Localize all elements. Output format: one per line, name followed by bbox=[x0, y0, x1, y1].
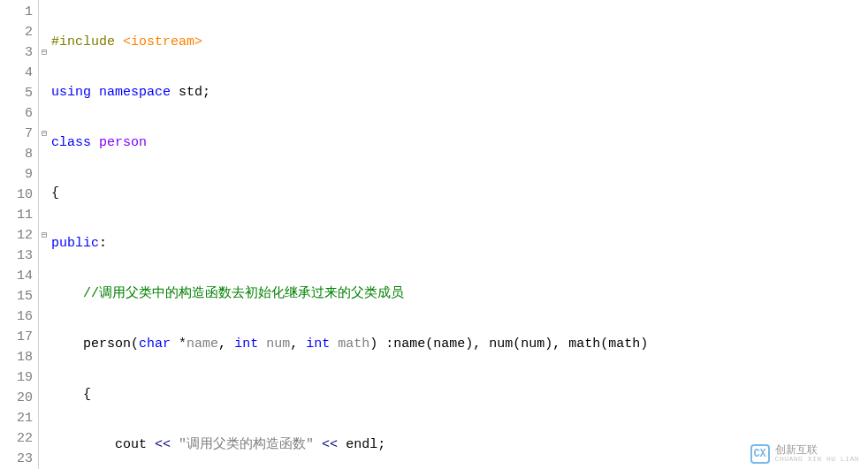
punct: : bbox=[99, 236, 107, 251]
punct: { bbox=[83, 387, 91, 402]
param: math bbox=[338, 337, 369, 352]
line-number-gutter: 1 2 3 4 5 6 7 8 9 10 11 12 13 14 15 16 1… bbox=[0, 0, 39, 469]
punct: ; bbox=[202, 85, 210, 100]
watermark-text: 创新互联 CHUANG XIN HU LIAN bbox=[775, 445, 859, 463]
keyword: int bbox=[306, 337, 330, 352]
code-line[interactable]: { bbox=[49, 183, 868, 203]
type-name: person bbox=[99, 135, 147, 150]
line-number: 14 bbox=[0, 266, 38, 286]
line-number: 18 bbox=[0, 347, 38, 367]
line-number: 9 bbox=[0, 164, 38, 185]
code-editor[interactable]: 1 2 3 4 5 6 7 8 9 10 11 12 13 14 15 16 1… bbox=[0, 0, 868, 469]
line-number: 2 bbox=[0, 22, 38, 42]
preprocessor: #include bbox=[51, 34, 115, 49]
param: num bbox=[266, 337, 290, 352]
line-number: 4 bbox=[0, 63, 38, 83]
line-number: 6 bbox=[0, 103, 38, 124]
code-line[interactable]: public: bbox=[49, 233, 868, 253]
line-number: 11 bbox=[0, 205, 38, 225]
include-target: <iostream> bbox=[123, 34, 202, 49]
punct: * bbox=[179, 337, 187, 352]
watermark: CX 创新互联 CHUANG XIN HU LIAN bbox=[747, 443, 863, 465]
line-number: 21 bbox=[0, 408, 38, 428]
fold-toggle-icon[interactable]: ⊟ bbox=[39, 124, 49, 144]
punct: , bbox=[218, 337, 226, 352]
line-number: 8 bbox=[0, 144, 38, 164]
line-number: 3 bbox=[0, 42, 38, 63]
param: name bbox=[187, 337, 218, 352]
code-area[interactable]: #include <iostream> using namespace std;… bbox=[49, 0, 868, 469]
line-number: 12 bbox=[0, 225, 38, 246]
fold-column: ⊟ ⊟ ⊟ bbox=[39, 0, 49, 469]
line-number: 23 bbox=[0, 449, 38, 469]
identifier: endl bbox=[346, 437, 377, 452]
line-number: 13 bbox=[0, 246, 38, 266]
operator: << bbox=[322, 437, 338, 452]
keyword: namespace bbox=[99, 85, 171, 100]
identifier: cout bbox=[115, 437, 147, 452]
fold-toggle-icon[interactable]: ⊟ bbox=[39, 225, 49, 246]
keyword: using bbox=[51, 85, 91, 100]
comment: //调用父类中的构造函数去初始化继承过来的父类成员 bbox=[83, 286, 404, 301]
punct: { bbox=[51, 185, 59, 200]
operator: << bbox=[155, 437, 171, 452]
string-literal: "调用父类的构造函数" bbox=[179, 437, 314, 452]
line-number: 16 bbox=[0, 306, 38, 327]
code-line[interactable]: cout << "调用父类的构造函数" << endl; bbox=[49, 435, 868, 455]
line-number: 22 bbox=[0, 428, 38, 449]
code-line[interactable]: { bbox=[49, 384, 868, 405]
code-line[interactable]: #include <iostream> bbox=[49, 32, 868, 52]
identifier: person bbox=[83, 337, 131, 352]
watermark-logo-icon: CX bbox=[750, 444, 770, 464]
punct: ( bbox=[131, 337, 139, 352]
line-number: 7 bbox=[0, 124, 38, 144]
line-number: 17 bbox=[0, 327, 38, 347]
keyword: int bbox=[234, 337, 258, 352]
keyword: char bbox=[139, 337, 171, 352]
line-number: 1 bbox=[0, 2, 38, 22]
keyword: class bbox=[51, 135, 91, 150]
punct: ) bbox=[369, 337, 377, 352]
ctor-init-list: :name(name), num(num), math(math) bbox=[377, 337, 648, 352]
punct: ; bbox=[377, 437, 385, 452]
fold-toggle-icon[interactable]: ⊟ bbox=[39, 42, 49, 63]
keyword: public bbox=[51, 236, 99, 251]
code-line[interactable]: person(char *name, int num, int math) :n… bbox=[49, 334, 868, 354]
punct: , bbox=[290, 337, 298, 352]
code-line[interactable]: class person bbox=[49, 132, 868, 153]
line-number: 19 bbox=[0, 367, 38, 388]
line-number: 5 bbox=[0, 83, 38, 103]
code-line[interactable]: using namespace std; bbox=[49, 82, 868, 102]
watermark-pinyin: CHUANG XIN HU LIAN bbox=[775, 456, 859, 463]
code-line[interactable]: //调用父类中的构造函数去初始化继承过来的父类成员 bbox=[49, 284, 868, 304]
line-number: 20 bbox=[0, 388, 38, 408]
line-number: 10 bbox=[0, 185, 38, 205]
identifier: std bbox=[179, 85, 202, 100]
line-number: 15 bbox=[0, 286, 38, 306]
